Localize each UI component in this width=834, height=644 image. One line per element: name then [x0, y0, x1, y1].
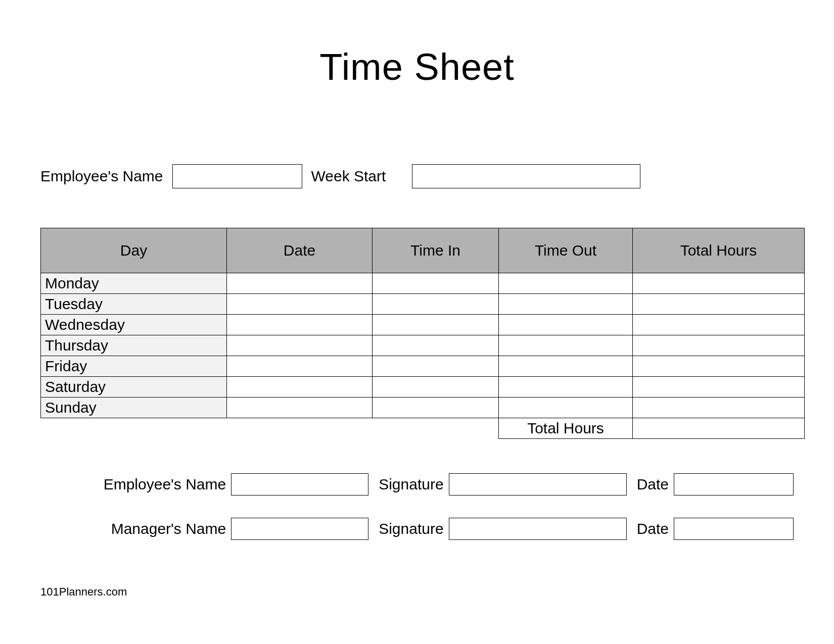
employee-sign-row: Employee's Name Signature Date: [40, 473, 794, 496]
date-cell[interactable]: [227, 294, 373, 315]
day-cell: Sunday: [41, 398, 227, 418]
employee-signature-label: Signature: [379, 476, 443, 493]
total-hours-label: Total Hours: [499, 418, 633, 439]
table-row: Sunday: [41, 398, 805, 418]
timeout-cell[interactable]: [499, 377, 633, 398]
timeout-cell[interactable]: [499, 356, 633, 377]
manager-date-label: Date: [637, 520, 669, 537]
table-row: Thursday: [41, 335, 805, 356]
day-cell: Friday: [41, 356, 227, 377]
employee-signature-input[interactable]: [449, 473, 627, 496]
total-cell[interactable]: [633, 273, 805, 294]
date-cell[interactable]: [227, 273, 373, 294]
timein-cell[interactable]: [373, 398, 499, 418]
table-row: Saturday: [41, 377, 805, 398]
day-cell: Thursday: [41, 335, 227, 356]
timein-cell[interactable]: [373, 273, 499, 294]
timein-cell[interactable]: [373, 377, 499, 398]
col-time-in: Time In: [373, 228, 499, 273]
signature-block: Employee's Name Signature Date Manager's…: [40, 473, 794, 540]
timeout-cell[interactable]: [499, 315, 633, 335]
footer-text: 101Planners.com: [40, 585, 127, 599]
date-cell[interactable]: [227, 398, 373, 418]
table-row: Monday: [41, 273, 805, 294]
header-row: Employee's Name Week Start: [40, 164, 794, 188]
total-cell[interactable]: [633, 294, 805, 315]
time-sheet-page: Time Sheet Employee's Name Week Start Da…: [0, 0, 834, 644]
total-cell[interactable]: [633, 335, 805, 356]
col-time-out: Time Out: [499, 228, 633, 273]
employee-date-input[interactable]: [674, 473, 794, 496]
total-cell[interactable]: [633, 315, 805, 335]
timein-cell[interactable]: [373, 356, 499, 377]
employee-name-label: Employee's Name: [40, 168, 163, 185]
day-cell: Wednesday: [41, 315, 227, 335]
table-header-row: Day Date Time In Time Out Total Hours: [41, 228, 805, 273]
timeout-cell[interactable]: [499, 335, 633, 356]
manager-sign-row: Manager's Name Signature Date: [40, 518, 794, 540]
total-cell[interactable]: [633, 398, 805, 418]
total-hours-cell[interactable]: [633, 418, 805, 439]
table-row: Tuesday: [41, 294, 805, 315]
day-cell: Saturday: [41, 377, 227, 398]
day-cell: Monday: [41, 273, 227, 294]
date-cell[interactable]: [227, 335, 373, 356]
timeout-cell[interactable]: [499, 398, 633, 418]
table-row: Wednesday: [41, 315, 805, 335]
total-row: Total Hours: [41, 418, 805, 439]
timesheet-table: Day Date Time In Time Out Total Hours Mo…: [40, 228, 805, 439]
total-cell[interactable]: [633, 377, 805, 398]
week-start-label: Week Start: [311, 168, 386, 185]
day-cell: Tuesday: [41, 294, 227, 315]
manager-signature-label: Signature: [379, 520, 443, 537]
manager-date-input[interactable]: [674, 518, 794, 540]
page-title: Time Sheet: [40, 45, 794, 88]
table-row: Friday: [41, 356, 805, 377]
manager-name-input[interactable]: [231, 518, 368, 540]
week-start-input[interactable]: [412, 164, 640, 188]
employee-date-label: Date: [637, 476, 669, 493]
col-date: Date: [227, 228, 373, 273]
manager-signature-input[interactable]: [449, 518, 627, 540]
date-cell[interactable]: [227, 315, 373, 335]
total-cell[interactable]: [633, 356, 805, 377]
col-day: Day: [41, 228, 227, 273]
total-spacer: [41, 418, 499, 439]
date-cell[interactable]: [227, 377, 373, 398]
col-total: Total Hours: [633, 228, 805, 273]
timein-cell[interactable]: [373, 315, 499, 335]
manager-name-label: Manager's Name: [111, 520, 226, 537]
employee-name-input-2[interactable]: [231, 473, 368, 496]
timeout-cell[interactable]: [499, 273, 633, 294]
timeout-cell[interactable]: [499, 294, 633, 315]
timein-cell[interactable]: [373, 294, 499, 315]
employee-name-input[interactable]: [172, 164, 302, 188]
employee-name-label-2: Employee's Name: [104, 476, 226, 493]
timein-cell[interactable]: [373, 335, 499, 356]
date-cell[interactable]: [227, 356, 373, 377]
